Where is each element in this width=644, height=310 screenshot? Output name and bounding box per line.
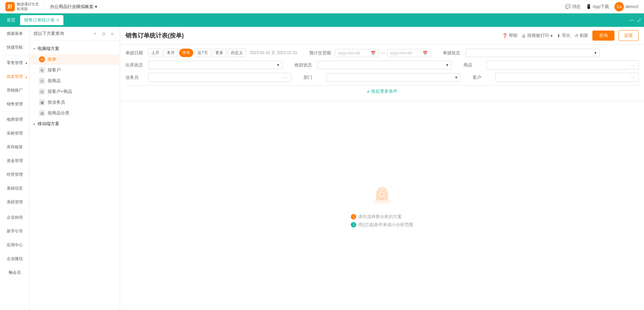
expected-date-label: 预计交货期 xyxy=(309,50,331,56)
tree-parent-desktop[interactable]: ▾ 电脑端方案 xyxy=(30,43,120,54)
chevron-right-icon: ▾ xyxy=(25,61,27,65)
avatar: Ea xyxy=(614,2,624,11)
payment-status-select[interactable]: ▾ xyxy=(317,61,451,69)
sidebar-divider-3 xyxy=(3,210,26,210)
user-profile[interactable]: Ea demo2 xyxy=(614,2,639,11)
query-button[interactable]: 查询 xyxy=(592,31,614,41)
sidebar-item-enterprise-wechat[interactable]: 企业微信 xyxy=(0,252,29,266)
tab-expand-icon[interactable]: ⤢ xyxy=(637,17,641,23)
right-panel: 销售订单统计表(按单) ❓ 帮助 🖨 按模板打印 ▾ ⬇ 导出 xyxy=(120,27,644,310)
collapse-bar[interactable]: ∧ 收起更多条件 xyxy=(125,85,639,97)
product-dots[interactable]: ··· xyxy=(629,62,636,67)
date-range-text: 2023-01-01 至 2023-12-31 xyxy=(250,50,297,56)
tree-child-by-product[interactable]: ⊡ 按商品 xyxy=(30,75,120,86)
sidebar-item-newbie[interactable]: 新手引导 xyxy=(0,224,29,238)
date-btn-this-month[interactable]: 本月 xyxy=(164,49,178,57)
sidebar-item-sales-mgmt[interactable]: 销售管理 xyxy=(0,97,29,111)
tree-child-by-customer-product[interactable]: ⊟ 按客户+商品 xyxy=(30,86,120,97)
date-btn-custom[interactable]: 自定义 xyxy=(228,49,246,57)
expected-date-input-group: yyyy-mm-dd 📅 — yyyy-mm-dd 📅 xyxy=(335,49,431,57)
tab-home[interactable]: 首页 xyxy=(3,15,19,25)
tree-child-by-customer[interactable]: ⊞ 按客户 xyxy=(30,65,120,75)
tab-minimize-icon[interactable]: — xyxy=(629,17,634,23)
export-button[interactable]: ⬇ 导出 xyxy=(557,33,571,39)
date-btn-last-7-days[interactable]: 近7天 xyxy=(195,49,211,57)
sidebar-item-enterprise[interactable]: 企业协同 xyxy=(0,211,29,224)
tab-sales-stats[interactable]: 销售订单统计表 ✕ xyxy=(20,15,63,25)
by-salesman-icon: ▦ xyxy=(39,99,45,105)
by-product-icon: ⊡ xyxy=(39,78,45,84)
message-icon: 💬 xyxy=(565,4,571,9)
sidebar-item-wholesale[interactable]: 批发管理 ▴ xyxy=(0,70,29,84)
sidebar-item-basic[interactable]: 基础信息 xyxy=(0,182,29,195)
sidebar-item-quick-nav[interactable]: 快捷导航 xyxy=(0,41,29,54)
refresh-button[interactable]: ↺ 刷新 xyxy=(575,33,588,39)
tab-close-icon[interactable]: ✕ xyxy=(56,18,59,22)
sidebar-item-system[interactable]: 系统管理 xyxy=(0,195,29,209)
left-panel: 按以下方案查询 + ⊙ « ▾ 电脑端方案 xyxy=(30,27,120,310)
chevron-right-icon: ▸ xyxy=(34,122,36,126)
sidebar-item-app-center[interactable]: 应用中心 xyxy=(0,238,29,252)
edit-scheme-button[interactable]: ⊙ xyxy=(100,30,107,37)
add-scheme-button[interactable]: + xyxy=(92,30,98,37)
filter-row-3: 业务员 ··· 部门 ▾ 客户 ··· xyxy=(125,73,639,82)
empty-hints: 1 请先选择要分析的方案 2 用[过滤]条件来缩小分析范围 xyxy=(351,214,413,230)
chevron-down-icon: ▾ xyxy=(277,62,279,67)
empty-state: 1 请先选择要分析的方案 2 用[过滤]条件来缩小分析范围 xyxy=(120,101,644,310)
top-bar-left: 好 畅捷通好生意 标准版 办公用品行业模拟账套 ▾ xyxy=(5,2,97,11)
customer-input[interactable]: ··· xyxy=(495,73,639,82)
expected-date-end[interactable]: yyyy-mm-dd 📅 xyxy=(387,49,431,57)
date-filter-label: 单据日期 xyxy=(125,50,144,56)
tree-child-by-salesman[interactable]: ▦ 按业务员 xyxy=(30,97,120,108)
product-input[interactable]: ··· xyxy=(486,60,639,69)
header-actions: ❓ 帮助 🖨 按模板打印 ▾ ⬇ 导出 ↺ 刷新 xyxy=(502,30,639,44)
date-btn-last-month[interactable]: 上月 xyxy=(148,49,162,57)
message-button[interactable]: 💬 消息 xyxy=(565,4,581,10)
department-select[interactable]: ▾ xyxy=(326,73,461,82)
department-label: 部门 xyxy=(304,74,322,81)
customer-label: 客户 xyxy=(473,74,491,81)
workspace-dropdown[interactable]: 办公用品行业模拟账套 ▾ xyxy=(50,4,97,10)
empty-illustration xyxy=(369,182,395,208)
salesman-input[interactable]: ··· xyxy=(148,73,291,82)
salesman-dots[interactable]: ··· xyxy=(282,75,288,80)
calendar-icon: 📅 xyxy=(371,51,376,55)
sidebar-item-search[interactable]: 搜索菜单 xyxy=(0,27,29,41)
bill-status-select[interactable]: ▾ xyxy=(466,49,600,57)
sidebar-item-finance[interactable]: 资金管理 xyxy=(0,154,29,168)
right-panel-header: 销售订单统计表(按单) ❓ 帮助 🖨 按模板打印 ▾ ⬇ 导出 xyxy=(120,27,644,45)
sidebar-item-purchase[interactable]: 采购管理 xyxy=(0,126,29,140)
logo-text: 畅捷通好生意 标准版 xyxy=(17,2,39,11)
app-download-button[interactable]: 📱 App下载 xyxy=(586,4,609,10)
divider xyxy=(44,3,45,10)
tree-child-by-order[interactable]: 按 按单 xyxy=(30,54,120,65)
tree-parent-mobile[interactable]: ▸ 移动端方案 xyxy=(30,118,120,129)
chevron-down-icon: ▾ xyxy=(95,4,97,9)
chevron-down-icon: ▾ xyxy=(446,62,448,67)
sidebar-item-marketing[interactable]: 营销推广 xyxy=(0,84,29,97)
tree-child-by-category[interactable]: ▤ 按商品分类 xyxy=(30,108,120,118)
by-customer-icon: ⊞ xyxy=(39,67,45,73)
export-icon: ⬇ xyxy=(557,33,560,38)
sidebar-divider-2 xyxy=(3,112,26,112)
sidebar-item-vip[interactable]: 畅会员 xyxy=(0,266,29,279)
expected-date-start[interactable]: yyyy-mm-dd 📅 xyxy=(335,49,379,57)
sidebar-item-retail[interactable]: 零售管理 ▾ xyxy=(0,56,29,70)
tab-bar: 首页 销售订单统计表 ✕ — ⤢ xyxy=(0,13,644,27)
app-icon: 📱 xyxy=(586,4,591,9)
set-button[interactable]: 设置 xyxy=(619,30,639,41)
customer-dots[interactable]: ··· xyxy=(629,75,636,80)
sidebar-item-inventory[interactable]: 库存核算 xyxy=(0,140,29,154)
sidebar-item-ecommerce[interactable]: 电商管理 xyxy=(0,113,29,126)
sidebar-item-operations[interactable]: 经营管理 xyxy=(0,168,29,182)
collapse-panel-button[interactable]: « xyxy=(109,30,116,37)
collapse-up-icon: ∧ xyxy=(367,89,370,94)
filter-row-2: 出库状态 ▾ 收款状态 ▾ 商品 ··· xyxy=(125,60,639,69)
date-btn-this-year[interactable]: 本年 xyxy=(179,49,193,57)
sidebar-divider-1 xyxy=(3,55,26,55)
help-button[interactable]: ❓ 帮助 xyxy=(502,33,518,39)
left-panel-header: 按以下方案查询 + ⊙ « xyxy=(30,27,120,41)
date-btn-more[interactable]: 更多 xyxy=(212,49,226,57)
template-print-button[interactable]: 🖨 按模板打印 ▾ xyxy=(522,33,553,39)
shipment-status-select[interactable]: ▾ xyxy=(148,61,282,69)
